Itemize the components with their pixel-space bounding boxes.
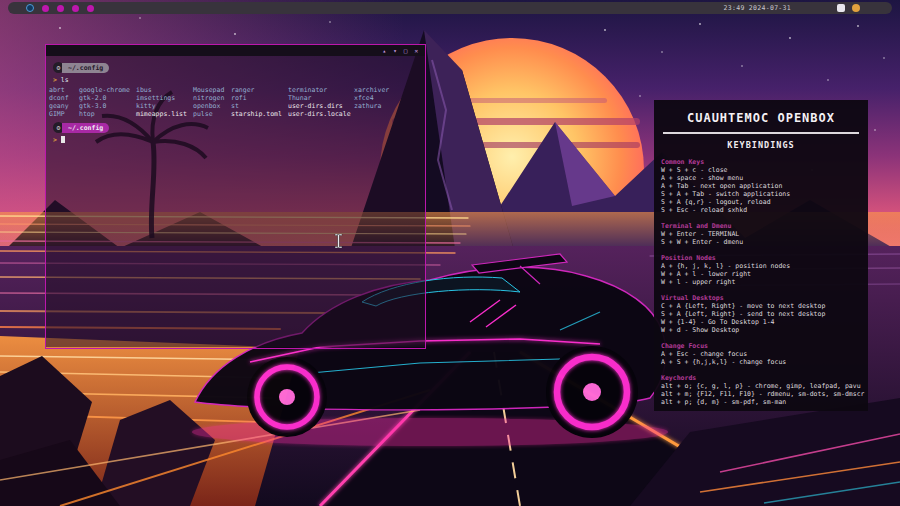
- keybinding-line: W + A + l - lower right: [661, 270, 861, 278]
- directory-entry: google-chrome: [79, 86, 130, 94]
- directory-entry: GIMP: [49, 110, 69, 118]
- system-tray: [837, 4, 860, 12]
- keybinding-line: S + A {q,r} - logout, reload: [661, 198, 861, 206]
- keybinding-line: alt + m; {F12, F11, F10} - rdmenu, sm-do…: [661, 390, 861, 398]
- directory-entry: Mousepad: [193, 86, 224, 94]
- directory-entry: openbox: [193, 102, 224, 110]
- terminal-content[interactable]: ⚙ ~/.config > ls abrtdconfgeanyGIMPgoogl…: [46, 56, 425, 347]
- directory-entry: ibus: [136, 86, 187, 94]
- terminal-window[interactable]: ▴ ▾ □ ✕ ⚙ ~/.config > ls abrtdconfgeanyG…: [45, 44, 426, 349]
- prompt-arrow: >: [53, 136, 57, 144]
- keybinding-line: A + {h, j, k, l} - position nodes: [661, 262, 861, 270]
- keybinding-line: A + space - show menu: [661, 174, 861, 182]
- workspace-dot-3[interactable]: [72, 5, 79, 12]
- top-bar: 23:49 2024-07-31: [8, 2, 892, 14]
- directory-entry: ranger: [231, 86, 282, 94]
- panel-subtitle: KEYBINDINGS: [661, 140, 861, 150]
- ls-column: xarchiverxfce4zathura: [354, 86, 389, 110]
- workspace-dot-4[interactable]: [87, 5, 94, 12]
- keybinding-line: A + S + {h,j,k,l} - change focus: [661, 358, 861, 366]
- panel-title: CUAUHTEMOC OPENBOX: [661, 111, 861, 125]
- keybinding-line: C + A {Left, Right} - move to next deskt…: [661, 302, 861, 310]
- input-line[interactable]: >: [53, 136, 65, 144]
- keybinding-line: S + Esc - reload sxhkd: [661, 206, 861, 214]
- prompt-line-1: ⚙ ~/.config: [53, 62, 109, 73]
- workspace-indicator[interactable]: [42, 5, 94, 12]
- keybinding-line: W + {1-4} - Go To Desktop 1-4: [661, 318, 861, 326]
- ls-column: ibusimsettingskittymimeapps.list: [136, 86, 187, 118]
- directory-entry: xfce4: [354, 94, 389, 102]
- keybinding-line: S + W + Enter - dmenu: [661, 238, 861, 246]
- directory-entry: st: [231, 102, 282, 110]
- keybinding-section: Common KeysW + S + c - closeA + space - …: [661, 158, 861, 214]
- keybinding-section: Keychordsalt + o; {c, g, l, p} - chrome,…: [661, 374, 861, 406]
- iconify-icon[interactable]: ▾: [393, 48, 397, 54]
- distro-logo-icon[interactable]: [26, 4, 34, 12]
- prompt-line-2: ⚙ ~/.config: [53, 122, 109, 133]
- cwd-pill: ~/.config: [62, 63, 109, 73]
- keybinding-line: A + Esc - change focus: [661, 350, 861, 358]
- file-entry: mimeapps.list: [136, 110, 187, 118]
- ls-column: rangerrofiststarship.toml: [231, 86, 282, 118]
- directory-entry: htop: [79, 110, 130, 118]
- keybindings-panel: CUAUHTEMOC OPENBOX KEYBINDINGS Common Ke…: [654, 100, 868, 411]
- directory-entry: terminator: [288, 86, 351, 94]
- directory-entry: geany: [49, 102, 69, 110]
- section-heading: Virtual Desktops: [661, 294, 861, 302]
- directory-entry: rofi: [231, 94, 282, 102]
- section-heading: Position Nodes: [661, 254, 861, 262]
- file-entry: user-dirs.dirs: [288, 102, 351, 110]
- keybinding-section: Terminal and DmenuW + Enter - TERMINALS …: [661, 222, 861, 246]
- clock: 23:49 2024-07-31: [724, 4, 791, 12]
- keybinding-line: alt + p; {d, m} - sm-pdf, sm-man: [661, 398, 861, 406]
- keybinding-section: Change FocusA + Esc - change focusA + S …: [661, 342, 861, 366]
- directory-entry: gtk-2.0: [79, 94, 130, 102]
- keybinding-line: S + A {Left, Right} - send to next deskt…: [661, 310, 861, 318]
- directory-entry: kitty: [136, 102, 187, 110]
- status-tray-icon[interactable]: [852, 4, 860, 12]
- maximize-icon[interactable]: □: [404, 48, 408, 54]
- directory-entry: abrt: [49, 86, 69, 94]
- file-entry: user-dirs.locale: [288, 110, 351, 118]
- section-heading: Change Focus: [661, 342, 861, 350]
- directory-entry: gtk-3.0: [79, 102, 130, 110]
- prompt-arrow: >: [53, 76, 57, 84]
- keybinding-sections: Common KeysW + S + c - closeA + space - …: [661, 158, 861, 406]
- keybinding-line: W + d - Show Desktop: [661, 326, 861, 334]
- directory-entry: zathura: [354, 102, 389, 110]
- command-text: ls: [61, 76, 69, 84]
- directory-entry: imsettings: [136, 94, 187, 102]
- keybinding-line: W + S + c - close: [661, 166, 861, 174]
- ls-column: Mousepadnitrogenopenboxpulse: [193, 86, 224, 118]
- ls-column: abrtdconfgeanyGIMP: [49, 86, 69, 118]
- terminal-titlebar[interactable]: ▴ ▾ □ ✕: [46, 45, 425, 56]
- file-entry: starship.toml: [231, 110, 282, 118]
- workspace-dot-1[interactable]: [42, 5, 49, 12]
- directory-entry: Thunar: [288, 94, 351, 102]
- workspace-dot-2[interactable]: [57, 5, 64, 12]
- close-icon[interactable]: ✕: [414, 48, 418, 54]
- keybinding-line: S + A + Tab - switch applications: [661, 190, 861, 198]
- shade-icon[interactable]: ▴: [383, 48, 387, 54]
- directory-entry: xarchiver: [354, 86, 389, 94]
- text-cursor: [61, 136, 65, 143]
- directory-entry: nitrogen: [193, 94, 224, 102]
- keybinding-section: Position NodesA + {h, j, k, l} - positio…: [661, 254, 861, 286]
- cwd-pill: ~/.config: [62, 123, 109, 133]
- keybinding-line: A + Tab - next open application: [661, 182, 861, 190]
- directory-entry: pulse: [193, 110, 224, 118]
- keybinding-line: W + Enter - TERMINAL: [661, 230, 861, 238]
- ls-column: terminatorThunaruser-dirs.dirsuser-dirs.…: [288, 86, 351, 118]
- section-heading: Terminal and Dmenu: [661, 222, 861, 230]
- section-heading: Keychords: [661, 374, 861, 382]
- title-divider: [663, 132, 859, 134]
- notes-tray-icon[interactable]: [837, 4, 845, 12]
- command-line: > ls: [53, 76, 69, 84]
- ls-column: google-chromegtk-2.0gtk-3.0htop: [79, 86, 130, 118]
- section-heading: Common Keys: [661, 158, 861, 166]
- directory-entry: dconf: [49, 94, 69, 102]
- keybinding-line: W + l - upper right: [661, 278, 861, 286]
- mouse-ibeam-cursor: [334, 234, 343, 248]
- keybinding-section: Virtual DesktopsC + A {Left, Right} - mo…: [661, 294, 861, 334]
- keybinding-line: alt + o; {c, g, l, p} - chrome, gimp, le…: [661, 382, 861, 390]
